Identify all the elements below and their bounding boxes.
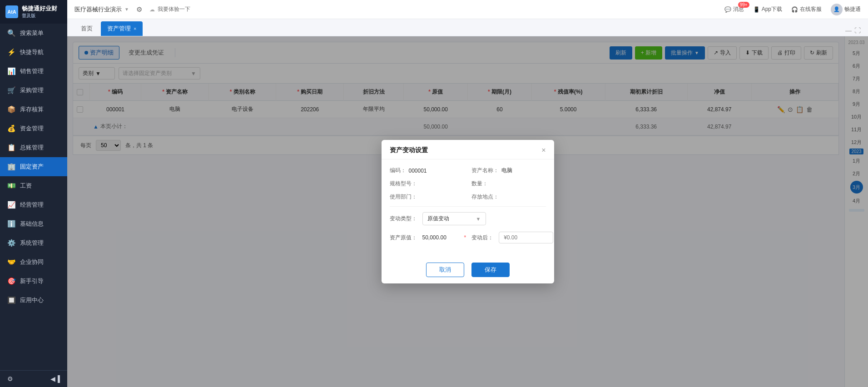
sidebar-item-quicknav[interactable]: ⚡ 快捷导航 [0,43,67,62]
ledger-icon: 📋 [7,144,15,152]
field-dept: 使用部门： [390,193,464,201]
sidebar-item-label: 经营管理 [20,201,44,209]
sidebar-item-appstore[interactable]: 🔲 应用中心 [0,291,67,310]
asset-name-value: 电脑 [501,167,512,174]
field-code: 编码： 000001 [390,167,464,174]
app-edition: 普及版 [22,13,57,19]
dept-label: 使用部门： [390,193,417,201]
logo-icon: AtA [5,5,18,18]
required-star: * [464,234,466,241]
sidebar-item-label: 企业协同 [20,258,44,266]
system-icon: ⚙️ [7,239,15,247]
form-row-change-type: 变动类型： 原值变动 ▼ [390,212,546,225]
topbar-right: 💬 消息 99+ 📱 App下载 🎧 在线客服 👤 畅捷通 [724,4,861,15]
dialog-divider [390,206,546,207]
dialog-info-row1: 编码： 000001 资产名称： 电脑 [390,167,546,174]
dialog-overlay: 资产变动设置 × 编码： 000001 资产名称： 电脑 [67,36,868,387]
app-name: 畅捷通好业财 [22,5,57,13]
sidebar-item-sales[interactable]: 📊 销售管理 [0,62,67,81]
company-selector[interactable]: 医疗器械行业演示 ▼ [74,5,129,14]
finance-icon: 💰 [7,124,15,133]
operations-icon: 📈 [7,201,15,209]
sidebar-item-fixed-assets[interactable]: 🏢 固定资产 [0,157,67,176]
mobile-icon: 📱 [753,6,760,13]
sidebar-item-finance[interactable]: 💰 资金管理 [0,119,67,138]
after-change-label: 变动后： [471,234,493,242]
service-button[interactable]: 🎧 在线客服 [791,5,822,13]
dialog-close-icon[interactable]: × [541,147,546,154]
tab-asset-management[interactable]: 资产管理 × [101,21,143,36]
form-row-values: 资产原值： 50,000.00 * 变动后： [390,232,546,243]
appstore-icon: 🔲 [7,296,15,304]
guide-icon: 🎯 [7,277,15,285]
sidebar-item-label: 搜索菜单 [20,29,44,37]
sidebar-item-basic-info[interactable]: ℹ️ 基础信息 [0,214,67,233]
messages-badge: 99+ [738,2,749,8]
dialog-header: 资产变动设置 × [382,140,554,159]
messages-button[interactable]: 💬 消息 99+ [724,5,744,13]
tabbar: 首页 资产管理 × — ⛶ [67,19,868,36]
sidebar-item-purchase[interactable]: 🛒 采购管理 [0,81,67,100]
download-label: App下载 [762,5,782,13]
sales-icon: 📊 [7,67,15,75]
payroll-icon: 💵 [7,182,15,190]
sidebar-item-operations[interactable]: 📈 经营管理 [0,195,67,214]
original-value-display: 50,000.00 [422,234,459,241]
sidebar-item-search[interactable]: 🔍 搜索菜单 [0,24,67,43]
change-type-value: 原值变动 [427,215,449,223]
code-value: 000001 [409,168,427,174]
quicknav-icon: ⚡ [7,48,15,56]
change-type-label: 变动类型： [390,215,417,223]
message-icon: 💬 [724,6,731,13]
tab-asset-label: 资产管理 [107,25,131,33]
tab-home[interactable]: 首页 [74,21,99,36]
sidebar-item-system[interactable]: ⚙️ 系统管理 [0,233,67,253]
cloud-icon: ☁ [149,6,155,13]
settings-gear-icon[interactable]: ⚙ [136,5,142,14]
asset-name-label: 资产名称： [471,167,499,174]
field-spec: 规格型号： [390,180,464,188]
field-qty: 数量： [471,180,546,188]
sidebar-item-label: 应用中心 [20,296,44,304]
sidebar-item-payroll[interactable]: 💵 工资 [0,176,67,195]
tip-label: 我要体验一下 [158,5,190,13]
spec-label: 规格型号： [390,180,417,188]
inventory-icon: 📦 [7,105,15,114]
sidebar-item-guide[interactable]: 🎯 新手引导 [0,272,67,291]
tip-button[interactable]: ☁ 我要体验一下 [149,5,190,13]
settings-icon[interactable]: ⚙ [7,375,13,382]
cancel-button[interactable]: 取消 [426,263,464,277]
sidebar-item-collab[interactable]: 🤝 企业协同 [0,253,67,272]
after-change-input[interactable] [499,232,553,243]
sidebar-item-label: 采购管理 [20,86,44,94]
collapse-icon[interactable]: ◀▐ [50,375,60,382]
user-area[interactable]: 👤 畅捷通 [831,4,861,15]
avatar: 👤 [831,4,843,15]
sidebar-item-label: 销售管理 [20,67,44,75]
dialog-info-row3: 使用部门： 存放地点： [390,193,546,201]
tab-close-icon[interactable]: × [134,26,136,31]
company-dropdown-arrow: ▼ [124,7,129,12]
company-name: 医疗器械行业演示 [74,5,122,14]
collab-icon: 🤝 [7,258,15,266]
content-area: 资产明细 变更生成凭证 刷新 + 新增 批量操作 ▼ [67,36,868,387]
sidebar-item-label: 工资 [20,182,32,190]
sidebar-item-label: 资金管理 [20,124,44,133]
purchase-icon: 🛒 [7,86,15,94]
sidebar-item-inventory[interactable]: 📦 库存核算 [0,100,67,119]
asset-change-dialog: 资产变动设置 × 编码： 000001 资产名称： 电脑 [382,140,554,283]
field-location: 存放地点： [471,193,546,201]
tab-minimize-icon[interactable]: — [845,27,852,34]
code-label: 编码： [390,167,406,174]
sidebar-item-ledger[interactable]: 📋 总账管理 [0,138,67,157]
basic-info-icon: ℹ️ [7,220,15,228]
sidebar: AtA 畅捷通好业财 普及版 🔍 搜索菜单 ⚡ 快捷导航 📊 销售管理 🛒 采购… [0,0,67,387]
topbar: 医疗器械行业演示 ▼ ⚙ ☁ 我要体验一下 💬 消息 99+ 📱 App下载 🎧… [67,0,868,19]
tab-expand-icon[interactable]: ⛶ [854,27,861,34]
location-label: 存放地点： [471,193,499,201]
sidebar-nav: 🔍 搜索菜单 ⚡ 快捷导航 📊 销售管理 🛒 采购管理 📦 库存核算 💰 资金管… [0,24,67,370]
fixed-assets-icon: 🏢 [7,163,15,171]
download-button[interactable]: 📱 App下载 [753,5,782,13]
change-type-select[interactable]: 原值变动 ▼ [422,212,486,225]
save-button[interactable]: 保存 [471,263,510,277]
